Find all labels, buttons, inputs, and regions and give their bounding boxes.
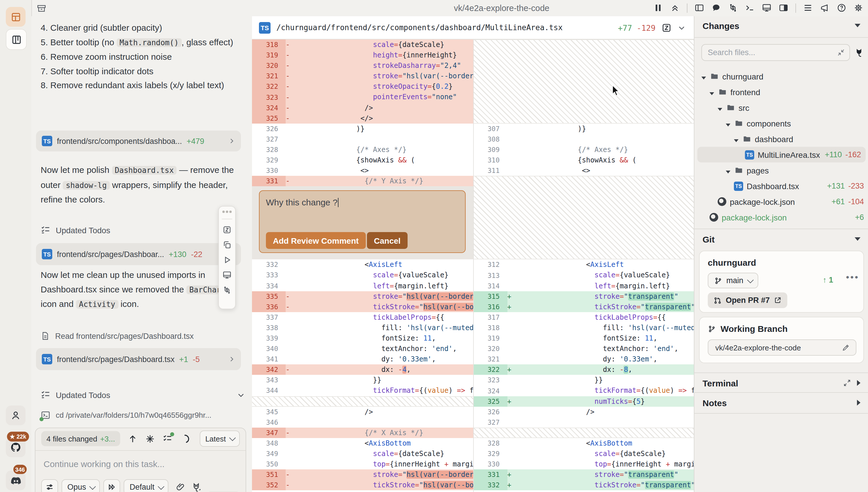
diff-line-old-336[interactable]: 336- tickStroke="hsl(var(--bo	[252, 301, 473, 312]
diff-line-old-329[interactable]: 329 {showAxis && (	[252, 155, 473, 165]
chevron-down-icon[interactable]	[734, 134, 738, 144]
diff-line-old-342[interactable]: 342- dx: -4,	[252, 365, 473, 375]
changes-section-header[interactable]: Changes	[695, 16, 868, 35]
chevron-down-icon[interactable]	[678, 24, 686, 32]
tree-item-churnguard[interactable]: churnguard	[695, 69, 868, 84]
archive-icon[interactable]	[37, 3, 46, 13]
tree-item-pages[interactable]: pages	[695, 163, 868, 178]
diff-line-old-321[interactable]: 321- stroke="hsl(var(--border	[252, 71, 473, 81]
version-dropdown[interactable]: Latest	[200, 430, 240, 447]
menu-icon[interactable]	[803, 3, 813, 13]
preview-monitor-icon[interactable]	[222, 270, 232, 279]
megaphone-icon[interactable]	[820, 3, 830, 13]
cat-icon[interactable]	[191, 482, 202, 492]
message-input[interactable]	[42, 458, 236, 469]
pause-icon[interactable]	[653, 3, 663, 13]
kanban-view-button[interactable]	[6, 29, 27, 50]
diff-line-new-316[interactable]: 316+ tickStroke="transparent"	[473, 301, 694, 312]
diff-line-old-323[interactable]: 323- pointerEvents="none"	[252, 92, 473, 102]
diff-line-old-343[interactable]: 343 }}	[252, 375, 473, 386]
model-dropdown[interactable]: Opus	[62, 479, 100, 492]
diff-line-old-326[interactable]: 326 )}	[252, 124, 473, 134]
search-input[interactable]	[707, 48, 837, 57]
updated-todos-row-2[interactable]: Updated Todos	[41, 390, 245, 400]
fast-forward-button[interactable]	[103, 479, 120, 492]
drag-handle-icon[interactable]	[222, 211, 232, 213]
tree-item-components[interactable]: components	[695, 116, 868, 131]
diff-line-old-350[interactable]: 350 top={innerHeight + margi	[252, 459, 473, 469]
diff-line-new-321[interactable]: 321 dy: '0.33em',	[473, 354, 694, 364]
run-play-icon[interactable]	[222, 255, 232, 264]
diff-line-new-315[interactable]: 315+ stroke="transparent"	[473, 291, 694, 301]
diff-line-old-328[interactable]: 328 {/* Axes */}	[252, 145, 473, 155]
monitor-icon[interactable]	[762, 3, 772, 13]
chevron-down-icon[interactable]	[718, 103, 722, 112]
file-chip-pages-dashboard[interactable]: TS frontend/src/pages/Dashboar... +130 -…	[36, 243, 241, 265]
diff-line-old-324[interactable]: 324- />	[252, 102, 473, 113]
diff-line-old-331[interactable]: 331- {/* Y Axis */}	[252, 176, 473, 186]
diff-line-new-323[interactable]: 323 }}	[473, 375, 694, 386]
diff-line-new-332[interactable]: 332+ tickStroke="transparent"	[473, 480, 694, 491]
diff-line-new-312[interactable]: 312 <AxisLeft	[473, 260, 694, 270]
diff-line-old-334[interactable]: 334 left={margin.left}	[252, 280, 473, 291]
read-file-row[interactable]: Read frontend/src/pages/Dashboard.tsx	[41, 331, 194, 341]
settings-gear-icon[interactable]	[853, 3, 863, 13]
working-branch-input[interactable]	[714, 343, 842, 352]
layout-view-button[interactable]	[6, 7, 26, 27]
diff-line-old-352[interactable]: 352- tickStroke="hsl(var(--bo	[252, 480, 473, 491]
diff-line-new-311[interactable]: 311 <>	[473, 165, 694, 176]
git-compare-icon[interactable]	[222, 285, 232, 294]
diff-line-old-337[interactable]: 337 tickLabelProps={{	[252, 312, 473, 323]
diff-line-new-308[interactable]: 308	[473, 134, 694, 145]
copy-icon[interactable]	[222, 240, 232, 249]
panel-left-icon[interactable]	[695, 3, 704, 13]
add-review-comment-button[interactable]: Add Review Comment	[266, 232, 366, 249]
diff-line-old-322[interactable]: 322- strokeOpacity={0.2}	[252, 81, 473, 92]
todo-status-icon[interactable]	[163, 434, 172, 444]
chevron-right-icon[interactable]	[228, 138, 235, 145]
diff-line-new-317[interactable]: 317 tickLabelProps={{	[473, 312, 694, 323]
chat-bubble-icon[interactable]	[711, 3, 721, 13]
diff-line-old-346[interactable]: 346	[252, 417, 473, 427]
diff-line-new-331[interactable]: 331+ stroke="transparent"	[473, 469, 694, 480]
diff-line-old-327[interactable]: 327	[252, 134, 473, 145]
chevron-down-icon[interactable]	[701, 72, 706, 81]
diff-mode-icon[interactable]	[661, 22, 672, 33]
tree-item-package-lock.json[interactable]: package-lock.json+61-104	[695, 194, 868, 210]
files-changed-chip[interactable]: 4 files changed +3...	[41, 431, 120, 446]
diff-line-old-325[interactable]: 325- </>	[252, 113, 473, 123]
diff-line-old-320[interactable]: 320- strokeDasharray="2,4"	[252, 60, 473, 71]
help-icon[interactable]	[837, 3, 846, 13]
diff-line-old-340[interactable]: 340 textAnchor: 'end',	[252, 343, 473, 354]
tree-item-src[interactable]: src	[695, 100, 868, 116]
diff-line-new-325[interactable]: 325+ numTicks={5}	[473, 396, 694, 407]
more-options-icon[interactable]: •••	[846, 272, 859, 282]
branch-dropdown[interactable]: main	[708, 273, 758, 288]
review-comment-box[interactable]: Why this change ? Add Review Comment Can…	[259, 191, 466, 253]
diff-line-new-319[interactable]: 319 fontSize: 11,	[473, 333, 694, 343]
diff-line-new-326[interactable]: 326 />	[473, 407, 694, 417]
file-chip-components-dashboard[interactable]: TS frontend/src/components/dashboa... +4…	[36, 130, 241, 151]
diff-line-old-319[interactable]: 319- height={innerHeight}	[252, 50, 473, 60]
diff-line-new-307[interactable]: 307 )}	[473, 124, 694, 134]
cancel-button[interactable]: Cancel	[367, 232, 407, 249]
diff-line-old-341[interactable]: 341 dy: '0.33em',	[252, 354, 473, 364]
tree-item-dashboard[interactable]: dashboard	[695, 131, 868, 147]
expand-icon[interactable]	[843, 379, 851, 387]
terminal-command-row[interactable]: cd /private/var/folders/10/h7w0q46556ggr…	[41, 410, 211, 420]
diff-line-new-322[interactable]: 322+ dx: -8,	[473, 365, 694, 375]
diff-line-old-335[interactable]: 335- stroke="hsl(var(--border	[252, 291, 473, 301]
collapse-up-icon[interactable]	[670, 3, 680, 13]
tree-item-MultiLineArea.tsx[interactable]: TSMultiLineArea.tsx+110-162	[697, 147, 866, 163]
edit-pencil-icon[interactable]	[842, 343, 850, 351]
diff-line-new-327[interactable]: 327	[473, 417, 694, 427]
panel-right-icon[interactable]	[779, 3, 789, 13]
notes-section-header[interactable]: Notes	[695, 393, 868, 412]
tree-item-Dashboard.tsx[interactable]: TSDashboard.tsx+131-233	[695, 178, 868, 194]
diff-line-old-338[interactable]: 338 fill: 'hsl(var(--muted	[252, 323, 473, 333]
terminal-icon[interactable]	[745, 3, 755, 13]
diff-line-old-344[interactable]: 344 tickFormat={(value) => f	[252, 386, 473, 396]
diff-line-old-345[interactable]: 345 />	[252, 407, 473, 417]
diff-line-new-318[interactable]: 318 fill: 'hsl(var(--muted	[473, 323, 694, 333]
cat-icon[interactable]	[853, 47, 865, 58]
